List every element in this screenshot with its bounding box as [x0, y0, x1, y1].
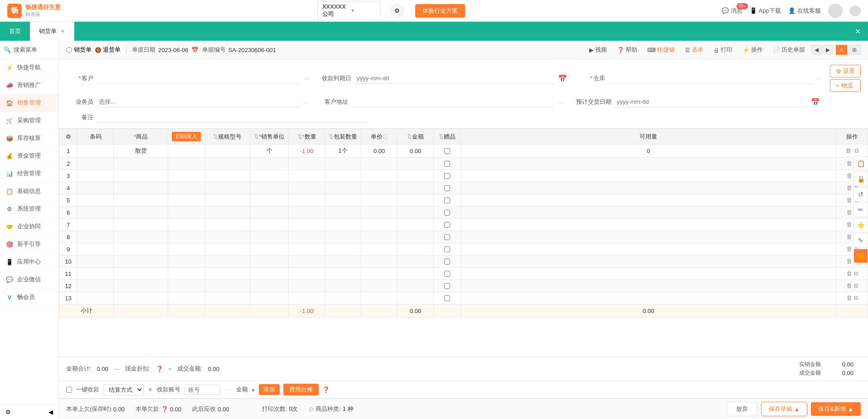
fees-question-icon[interactable]: ❓ [322, 386, 330, 393]
radio-sales[interactable]: 销货单 [66, 46, 92, 54]
history-button[interactable]: 📄 历史单据 [769, 44, 809, 55]
list-view-button[interactable]: ≡ [836, 45, 847, 55]
help-button[interactable]: ❓ 帮助 [613, 44, 641, 55]
sidebar-item-inventory[interactable]: 📦 库存核算 [0, 130, 58, 147]
next-arrow[interactable]: ▶ [823, 45, 833, 55]
delete-icon[interactable]: 🗑 [846, 258, 852, 265]
delete-icon[interactable]: 🗑 [846, 197, 852, 203]
sidebar-collapse-icon[interactable]: ◀ [48, 409, 53, 415]
copy-icon[interactable]: ⧉ [854, 147, 858, 154]
warehouse-input[interactable]: 建材仓 [608, 73, 811, 84]
delete-icon[interactable]: 🗑 [846, 282, 852, 289]
radio-return[interactable]: 退货单 [95, 46, 121, 54]
row-spec[interactable] [205, 144, 250, 158]
delete-icon[interactable]: 🗑 [846, 233, 852, 240]
operate-button[interactable]: ⚡ 操作 [739, 44, 766, 55]
sidebar-item-collab[interactable]: 🤝 企业协同 [0, 218, 58, 236]
customer-address-input[interactable] [351, 96, 553, 107]
sidebar-item-basic[interactable]: 📋 基础信息 [0, 183, 58, 200]
salesman-ellipsis[interactable]: ··· [301, 99, 310, 106]
payment-method-select[interactable]: 结算方式 [103, 384, 144, 395]
header-settings-icon[interactable]: ⚙ [390, 4, 404, 18]
save-draft-button[interactable]: 保存草稿 ▲ [761, 402, 808, 416]
experience-button[interactable]: 体验行业方案 [415, 4, 465, 18]
th-scan[interactable]: 扫码录入 [168, 129, 205, 144]
sidebar-item-appcenter[interactable]: 📱 应用中心 [0, 253, 58, 271]
address-ellipsis[interactable]: ··· [557, 99, 565, 106]
copy-icon[interactable]: ⧉ [854, 294, 858, 301]
row-amount[interactable]: 0.00 [398, 144, 434, 158]
row-unit-price[interactable]: 0.00 [361, 144, 398, 158]
float-btn-3[interactable]: ↺ [853, 187, 868, 202]
tab-home[interactable]: 首页 [0, 22, 30, 41]
sidebar-search[interactable]: 🔍 搜索菜单 [0, 41, 58, 59]
sidebar-item-business[interactable]: 📊 经营管理 [0, 165, 58, 183]
sidebar-item-system[interactable]: ⚙ 系统管理 [0, 200, 58, 218]
sidebar-item-member[interactable]: V 畅会员 [0, 289, 58, 306]
grid-view-button[interactable]: ⊞ [848, 45, 861, 55]
delete-icon[interactable]: 🗑 [846, 209, 852, 216]
sidebar-item-sales[interactable]: 🏠 销售管理 [0, 94, 58, 112]
add-payment-button[interactable]: 添加 [259, 384, 280, 395]
message-button[interactable]: 💬 消息 99+ [722, 7, 742, 15]
product-types-question[interactable]: ⊙ [309, 406, 314, 413]
shortage-question-icon[interactable]: ❓ [161, 406, 168, 413]
account-ellipsis[interactable]: ··· [224, 386, 233, 393]
save-new-button[interactable]: 保存&新增 ▲ [811, 402, 861, 416]
row-gift[interactable] [434, 144, 461, 158]
due-date-calendar-icon[interactable]: 📅 [558, 74, 567, 83]
tab-sales-order[interactable]: 销货单 ✕ [30, 22, 74, 41]
select-button[interactable]: ☰ 选单 [681, 44, 707, 55]
delete-icon[interactable]: 🗑 [846, 221, 852, 228]
salesman-input[interactable] [96, 96, 299, 107]
row-product[interactable]: 散货 [114, 144, 168, 158]
delete-icon[interactable]: 🗑 [846, 160, 852, 167]
customer-ellipsis[interactable]: ··· [302, 75, 311, 82]
app-download-button[interactable]: 📱 App下载 [750, 7, 781, 15]
delete-icon[interactable]: 🗑 [846, 294, 852, 301]
float-btn-4[interactable]: ✏ [853, 202, 868, 217]
prev-arrow[interactable]: ◀ [811, 45, 822, 55]
sidebar-item-purchase[interactable]: 🛒 采购管理 [0, 112, 58, 130]
sidebar-item-finance[interactable]: 💰 资金管理 [0, 147, 58, 165]
float-btn-5[interactable]: ⭐ [853, 218, 868, 232]
th-settings[interactable]: ⚙ [59, 129, 78, 144]
row-unit[interactable]: 个 [250, 144, 289, 158]
delete-icon[interactable]: 🗑 [846, 246, 852, 252]
sidebar-item-guide[interactable]: 🎯 新手引导 [0, 236, 58, 253]
question-icon[interactable]: ❓ [156, 366, 163, 372]
calendar-icon[interactable]: 📅 [191, 47, 199, 53]
expected-date-input[interactable] [614, 96, 808, 107]
print-button[interactable]: 🖨 打印 [710, 44, 736, 55]
expected-date-calendar-icon[interactable]: 📅 [811, 98, 820, 106]
copy-icon[interactable]: ⧉ [854, 282, 858, 289]
company-selector[interactable]: XXXXXX公司 ▼ [317, 1, 381, 20]
delete-icon[interactable]: 🗑 [846, 184, 852, 191]
row-barcode[interactable] [78, 144, 114, 158]
delete-icon[interactable]: 🗑 [846, 172, 852, 179]
float-btn-7[interactable]: 🟠 [853, 249, 868, 263]
one-click-checkbox[interactable] [66, 387, 72, 393]
customer-input[interactable] [96, 73, 300, 84]
due-date-input[interactable] [354, 73, 555, 84]
sidebar-item-marketing[interactable]: 📣 营销推广 [0, 77, 58, 94]
sidebar-settings-icon[interactable]: ⚙ [5, 409, 11, 415]
account-input[interactable] [184, 385, 220, 395]
settings-button[interactable]: ⚙ 设置 [830, 65, 861, 77]
video-button[interactable]: ▶ 视频 [586, 44, 611, 55]
close-all-tabs-button[interactable]: ✕ [848, 22, 868, 41]
row-qty[interactable]: -1.00 [289, 144, 325, 158]
row-pack-qty[interactable]: 1个 [325, 144, 361, 158]
delete-icon[interactable]: 🗑 [846, 270, 852, 277]
scan-button[interactable]: 扫码录入 [172, 132, 201, 141]
online-service-button[interactable]: 👤 在线客服 [788, 7, 821, 15]
float-btn-2[interactable]: 🔒 [853, 172, 868, 186]
avatar[interactable] [828, 4, 843, 18]
sidebar-item-quicknav[interactable]: ⚡ 快捷导航 [0, 59, 58, 77]
tab-close-icon[interactable]: ✕ [60, 28, 65, 34]
remark-input[interactable] [96, 112, 368, 123]
delete-icon[interactable]: 🗑 [845, 147, 851, 154]
sidebar-item-wechat[interactable]: 💬 企业微信 [0, 271, 58, 289]
float-btn-6[interactable]: ✎ [853, 233, 868, 248]
shortcut-button[interactable]: ⌨ 快捷键 [644, 44, 679, 55]
